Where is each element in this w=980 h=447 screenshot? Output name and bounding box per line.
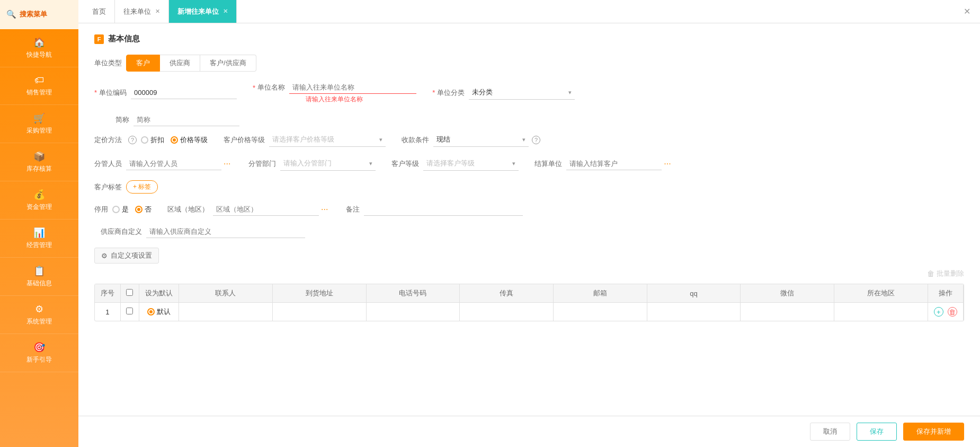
sidebar-item-label: 库存核算 [26,164,52,173]
discount-radio [141,136,148,144]
customer-level-dropdown[interactable]: 请选择客户等级 ▾ [423,156,519,171]
pricing-help-icon[interactable]: ? [128,136,137,144]
search-menu-button[interactable]: 🔍 搜索菜单 [0,5,78,23]
row-到货地址 [272,303,366,321]
region-more-btn[interactable]: ··· [319,205,330,214]
content-area: F 基本信息 单位类型 客户供应商客户/供应商 * 单位编码 * 单 [78,23,980,416]
row-qq [647,303,741,321]
unit-type-btn-客户/供应商[interactable]: 客户/供应商 [200,55,256,72]
row-邮箱-input[interactable] [559,309,642,316]
pricing-level-option[interactable]: 价格等级 [171,135,208,145]
region-input[interactable] [213,203,319,216]
row-所在地区 [834,303,928,321]
delete-row-button[interactable]: 🗑 [948,307,957,317]
sidebar-item-purchase[interactable]: 🛒 采购管理 [0,105,78,143]
row-微信-input[interactable] [746,309,828,316]
remark-group: 备注 [346,203,523,216]
save-button[interactable]: 保存 [857,423,897,441]
manager-more-btn[interactable]: ··· [221,159,233,169]
payment-terms-help-icon[interactable]: ? [532,136,540,144]
window-close-button[interactable]: ✕ [959,6,975,16]
table-column-header: 到货地址 [272,284,366,303]
sidebar-item-operations[interactable]: 📊 经营管理 [0,220,78,258]
set-default-option[interactable]: 默认 [145,307,173,317]
sidebar-item-label: 资金管理 [26,203,52,212]
row-checkbox[interactable] [126,308,133,314]
row-qq-input[interactable] [653,309,735,316]
sidebar-item-label: 销售管理 [26,88,52,97]
short-name-input[interactable] [133,113,239,126]
payment-terms-dropdown[interactable]: 现结 ▾ [433,133,529,147]
save-and-new-button[interactable]: 保存并新增 [903,423,964,441]
add-row-button[interactable]: + [934,307,943,317]
row-邮箱 [553,303,647,321]
pricing-discount-option[interactable]: 折扣 [141,135,164,145]
table-column-header: 传真 [460,284,554,303]
customer-price-level-dropdown[interactable]: 请选择客户价格等级 ▾ [269,133,386,147]
customer-level-group: 客户等级 请选择客户等级 ▾ [391,156,519,171]
disabled-label: 停用 [94,205,108,214]
settlement-unit-input[interactable] [566,157,662,170]
row-default: 默认 [139,303,179,321]
row-电话号码-input[interactable] [372,309,455,316]
footer: 取消 保存 保存并新增 [78,416,980,447]
row-到货地址-input[interactable] [278,309,361,316]
unit-type-btn-供应商[interactable]: 供应商 [160,55,200,72]
batch-delete-label[interactable]: 批量删除 [937,269,964,278]
search-label: 搜索菜单 [20,10,47,19]
select-all-checkbox[interactable] [126,289,133,296]
settlement-unit-more-btn[interactable]: ··· [662,159,673,169]
tab-home[interactable]: 首页 [84,0,115,23]
unit-type-buttons: 客户供应商客户/供应商 [126,55,256,72]
unit-type-btn-客户[interactable]: 客户 [126,55,160,72]
add-tag-button[interactable]: + 标签 [126,180,158,194]
region-group: 区域（地区） ··· [167,203,330,216]
row-传真-input[interactable] [465,309,548,316]
batch-delete-icon: 🗑 [927,269,934,278]
custom-settings-button[interactable]: ⚙ 自定义项设置 [94,248,159,264]
level-radio [171,136,178,144]
tab-label: 新增往来单位 [177,7,219,16]
unit-code-input[interactable] [131,86,237,99]
inventory-icon: 📦 [33,151,45,162]
row-所在地区-input[interactable] [840,309,922,316]
sidebar-item-sales[interactable]: 🏷 销售管理 [0,67,78,105]
supplier-custom-label: 供应商自定义 [101,227,142,236]
cancel-button[interactable]: 取消 [810,423,850,441]
sidebar-item-quick-nav[interactable]: 🏠 快捷导航 [0,29,78,67]
tab-partners[interactable]: 往来单位✕ [115,0,169,23]
custom-settings-label: 自定义项设置 [111,251,152,260]
sales-icon: 🏷 [34,75,44,86]
sidebar-item-inventory[interactable]: 📦 库存核算 [0,143,78,181]
contact-table-container: 序号设为默认联系人到货地址电话号码传真邮箱qq微信所在地区操作1 默认 + 🗑 [94,284,964,321]
sidebar-item-system[interactable]: ⚙ 系统管理 [0,296,78,334]
disabled-no-option[interactable]: 否 [135,205,152,214]
row-联系人-input[interactable] [184,309,267,316]
unit-code-group: * 单位编码 [94,86,237,99]
unit-code-label: 单位编码 [99,88,127,98]
sidebar-item-basic-info[interactable]: 📋 基础信息 [0,258,78,296]
tab-close-icon[interactable]: ✕ [223,8,228,15]
sidebar-item-guide[interactable]: 🎯 新手引导 [0,334,78,372]
disabled-yes-radio [112,206,120,213]
disabled-yes-option[interactable]: 是 [112,205,129,214]
sidebar-search-area[interactable]: 🔍 搜索菜单 [0,0,78,29]
tab-close-icon[interactable]: ✕ [155,8,160,15]
disabled-radio-group: 是 否 [112,205,152,214]
payment-terms-group: 收款条件 现结 ▾ ? [402,133,540,147]
unit-name-input[interactable] [289,81,416,94]
remark-input[interactable] [364,203,523,216]
chevron-down-icon-5: ▾ [512,160,515,167]
pricing-method-group: 定价方法 ? 折扣 价格等级 [94,135,208,145]
tab-new-partner[interactable]: 新增往来单位✕ [169,0,237,23]
department-dropdown[interactable]: 请输入分管部门 ▾ [280,156,376,171]
supplier-custom-input[interactable] [146,225,305,238]
tab-label: 往来单位 [123,7,151,16]
unit-category-dropdown[interactable]: 未分类 ▾ [469,85,575,100]
contact-table: 序号设为默认联系人到货地址电话号码传真邮箱qq微信所在地区操作1 默认 + 🗑 [95,284,964,321]
manager-input[interactable] [126,157,221,170]
unit-type-row: 单位类型 客户供应商客户/供应商 [94,55,964,72]
chevron-down-icon-3: ▾ [522,136,525,143]
sidebar-item-finance[interactable]: 💰 资金管理 [0,181,78,220]
unit-category-value: 未分类 [472,87,566,97]
